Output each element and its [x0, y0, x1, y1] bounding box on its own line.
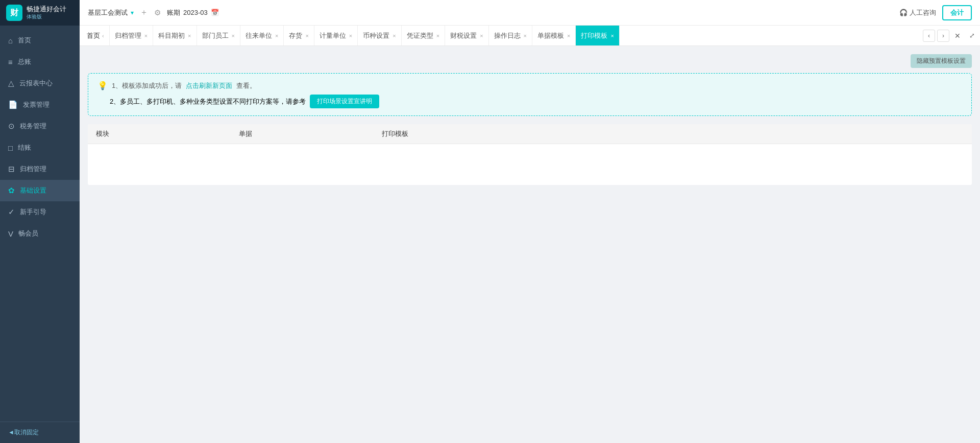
sidebar-item-vip[interactable]: V 畅会员 [0, 223, 80, 244]
notice-row-1: 💡 1、模板添加成功后，请 点击刷新新页面 查看。 [97, 81, 962, 90]
sidebar-item-settle[interactable]: □ 结账 [0, 137, 80, 158]
hide-template-settings-button[interactable]: 隐藏预置模板设置 [911, 54, 972, 68]
tab-home[interactable]: 首页 ‹ [82, 26, 110, 46]
tab-subject-label: 科目期初 [158, 31, 185, 40]
tab-archive[interactable]: 归档管理 × [110, 26, 153, 46]
sidebar-item-label: 发票管理 [23, 100, 50, 109]
tab-print[interactable]: 打印模板 × [576, 26, 619, 46]
notice-line1-post: 查看。 [236, 81, 256, 90]
tab-close-all-button[interactable]: ✕ [951, 30, 964, 42]
sidebar-item-label: 新手引导 [20, 207, 46, 217]
sidebar-item-label: 结账 [18, 143, 31, 152]
tab-dept[interactable]: 部门员工 × [197, 26, 240, 46]
tax-icon: ⊙ [8, 122, 15, 131]
sidebar-item-invoice[interactable]: 📄 发票管理 [0, 94, 80, 115]
tab-template-close[interactable]: × [567, 33, 570, 39]
tab-dept-label: 部门员工 [202, 31, 229, 40]
sidebar-item-label: 畅会员 [18, 229, 38, 238]
main-area: 基层工会测试 ▾ ＋ ⚙ 账期 2023-03 📅 🎧 人工咨询 会计 首页 ‹… [80, 0, 980, 443]
sidebar-footer-unpin[interactable]: ◄取消固定 [0, 422, 80, 443]
chevron-down-icon: ▾ [131, 9, 134, 16]
calendar-icon[interactable]: 📅 [211, 9, 219, 16]
sidebar-item-label: 税务管理 [20, 122, 46, 131]
logo-sub: 体验版 [27, 13, 66, 20]
logo-text: 畅捷通好会计 [27, 5, 66, 14]
tab-oplog[interactable]: 操作日志 × [489, 26, 532, 46]
tab-template-label: 单据模板 [537, 31, 564, 40]
tabbar-right-buttons: ‹ › ✕ ⤢ [923, 30, 978, 42]
tab-expand-button[interactable]: ⤢ [966, 30, 978, 42]
tab-taxset-label: 财税设置 [450, 31, 477, 40]
tab-taxset[interactable]: 财税设置 × [445, 26, 488, 46]
sidebar-item-ledger[interactable]: ≡ 总账 [0, 51, 80, 73]
tab-inventory[interactable]: 存货 × [284, 26, 314, 46]
tab-currency[interactable]: 币种设置 × [358, 26, 401, 46]
period-value: 2023-03 [183, 9, 208, 16]
sidebar-item-guide[interactable]: ✓ 新手引导 [0, 201, 80, 223]
tab-taxset-close[interactable]: × [480, 33, 483, 39]
sidebar-item-label: 云报表中心 [19, 79, 53, 88]
sidebar-item-home[interactable]: ⌂ 首页 [0, 30, 80, 51]
tab-partner-label: 往来单位 [246, 31, 272, 40]
invoice-icon: 📄 [8, 100, 18, 109]
lightbulb-icon: 💡 [97, 81, 108, 90]
tab-home-arrow: ‹ [102, 33, 104, 39]
topbar-right: 🎧 人工咨询 会计 [899, 5, 972, 20]
tab-archive-close[interactable]: × [144, 33, 148, 39]
sidebar-item-label: 基础设置 [20, 186, 46, 195]
ledger-icon: ≡ [8, 58, 13, 66]
headset-icon: 🎧 [899, 9, 908, 16]
add-tab-button[interactable]: ＋ [140, 7, 148, 18]
tab-inventory-label: 存货 [289, 31, 302, 40]
sidebar-item-basic[interactable]: ✿ 基础设置 [0, 180, 80, 201]
tab-subject[interactable]: 科目期初 × [153, 26, 197, 46]
period-label: 账期 [167, 8, 180, 17]
tab-unit-close[interactable]: × [349, 33, 352, 39]
tab-print-close[interactable]: × [610, 33, 614, 39]
support-button[interactable]: 🎧 人工咨询 [899, 8, 936, 17]
tab-next-button[interactable]: › [937, 30, 949, 42]
sidebar: 财 畅捷通好会计 体验版 ⌂ 首页 ≡ 总账 △ 云报表中心 📄 发票管理 ⊙ … [0, 0, 80, 443]
content-area: 隐藏预置模板设置 💡 1、模板添加成功后，请 点击刷新新页面 查看。 2、多员工… [80, 46, 980, 443]
tab-template[interactable]: 单据模板 × [532, 26, 576, 46]
tab-voucher-label: 凭证类型 [407, 31, 433, 40]
print-scene-button[interactable]: 打印场景设置宣讲明 [310, 95, 379, 108]
notice-box: 💡 1、模板添加成功后，请 点击刷新新页面 查看。 2、多员工、多打印机、多种业… [88, 73, 972, 116]
tab-unit-label: 计量单位 [320, 31, 346, 40]
home-icon: ⌂ [8, 36, 13, 45]
notice-line2-pre: 2、多员工、多打印机、多种业务类型设置不同打印方案等，请参考 [110, 97, 306, 106]
report-icon: △ [8, 79, 14, 88]
data-table: 模块 单据 打印模板 [88, 124, 972, 185]
sidebar-item-archive[interactable]: ⊟ 归档管理 [0, 158, 80, 180]
tab-dept-close[interactable]: × [232, 33, 235, 39]
tab-home-label: 首页 [87, 31, 100, 40]
tab-voucher-close[interactable]: × [436, 33, 439, 39]
tab-prev-button[interactable]: ‹ [923, 30, 935, 42]
support-label: 人工咨询 [910, 8, 936, 17]
sidebar-nav: ⌂ 首页 ≡ 总账 △ 云报表中心 📄 发票管理 ⊙ 税务管理 □ 结账 ⊟ 归… [0, 26, 80, 422]
notice-refresh-link[interactable]: 点击刷新新页面 [186, 81, 232, 90]
tab-unit[interactable]: 计量单位 × [314, 26, 358, 46]
sidebar-item-report[interactable]: △ 云报表中心 [0, 73, 80, 94]
tab-inventory-close[interactable]: × [305, 33, 308, 39]
sidebar-item-tax[interactable]: ⊙ 税务管理 [0, 115, 80, 137]
tab-voucher[interactable]: 凭证类型 × [402, 26, 445, 46]
settings-icon[interactable]: ⚙ [154, 8, 161, 17]
tab-partner[interactable]: 往来单位 × [240, 26, 284, 46]
guide-icon: ✓ [8, 207, 15, 217]
tab-oplog-close[interactable]: × [524, 33, 527, 39]
tab-currency-label: 币种设置 [363, 31, 389, 40]
table-header-print-template: 打印模板 [382, 129, 964, 138]
company-name: 基层工会测试 [88, 8, 128, 17]
tab-print-label: 打印模板 [581, 31, 607, 40]
tab-subject-close[interactable]: × [188, 33, 191, 39]
tab-partner-close[interactable]: × [275, 33, 278, 39]
topbar: 基层工会测试 ▾ ＋ ⚙ 账期 2023-03 📅 🎧 人工咨询 会计 [80, 0, 980, 26]
tabbar: 首页 ‹ 归档管理 × 科目期初 × 部门员工 × 往来单位 × 存货 × 计量… [80, 26, 980, 46]
table-header-receipt: 单据 [239, 129, 382, 138]
tab-currency-close[interactable]: × [393, 33, 396, 39]
logo-icon: 财 [6, 5, 22, 21]
role-button[interactable]: 会计 [942, 5, 972, 20]
topbar-company[interactable]: 基层工会测试 ▾ [88, 8, 134, 17]
hide-template-btn-container: 隐藏预置模板设置 [88, 54, 972, 68]
